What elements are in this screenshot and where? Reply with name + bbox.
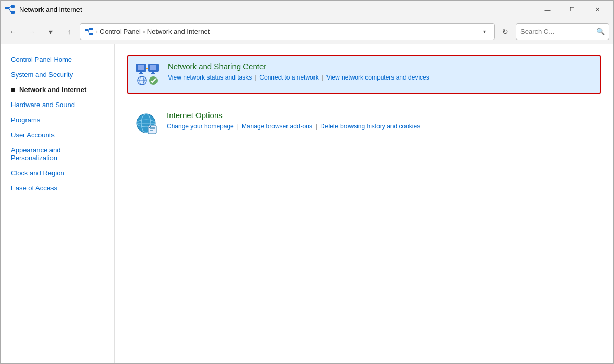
sidebar-label: Clock and Region (11, 169, 64, 177)
link-separator-1: | (255, 74, 256, 81)
address-icon (84, 27, 94, 36)
address-separator: › (96, 28, 98, 35)
address-separator2: › (143, 28, 145, 35)
svg-rect-13 (139, 73, 143, 74)
search-box[interactable]: 🔍 (516, 23, 609, 40)
network-sharing-card: Network and Sharing Center View network … (127, 55, 601, 94)
window-icon (5, 5, 15, 15)
internet-options-info: Internet Options Change your homepage | … (167, 111, 595, 130)
search-icon: 🔍 (596, 28, 605, 35)
close-button[interactable]: ✕ (585, 1, 609, 19)
svg-rect-2 (11, 11, 15, 14)
address-path-root: Control Panel (100, 28, 141, 35)
back-button[interactable]: ← (5, 23, 21, 40)
view-status-link[interactable]: View network status and tasks (168, 74, 252, 81)
address-path-current: Network and Internet (147, 28, 210, 35)
svg-rect-7 (89, 33, 93, 35)
sidebar-item-system-security[interactable]: System and Security (1, 68, 114, 82)
sidebar-label: User Accounts (11, 131, 55, 139)
sidebar-item-control-panel-home[interactable]: Control Panel Home (1, 53, 114, 67)
sidebar-item-user-accounts[interactable]: User Accounts (1, 128, 114, 142)
svg-rect-12 (140, 72, 142, 73)
sidebar-label: Network and Internet (19, 86, 86, 94)
network-sharing-links: View network status and tasks | Connect … (168, 74, 594, 81)
main-window: Network and Internet — ☐ ✕ ← → ▾ ↑ › Con… (0, 0, 614, 364)
change-homepage-link[interactable]: Change your homepage (167, 123, 234, 130)
address-bar[interactable]: › Control Panel › Network and Internet ▾ (80, 23, 495, 40)
window-title: Network and Internet (19, 6, 535, 14)
forward-button[interactable]: → (23, 23, 40, 40)
main-panel: Network and Sharing Center View network … (115, 44, 613, 363)
delete-history-link[interactable]: Delete browsing history and cookies (320, 123, 420, 130)
network-sharing-info: Network and Sharing Center View network … (168, 62, 594, 81)
sidebar-item-programs[interactable]: Programs (1, 113, 114, 127)
sidebar-label: System and Security (11, 71, 73, 79)
sidebar-label: Appearance and Personalization (11, 146, 104, 162)
window-controls: — ☐ ✕ (535, 1, 609, 19)
dropdown-button[interactable]: ▾ (42, 23, 59, 40)
network-sharing-icon (135, 62, 160, 87)
svg-line-4 (9, 8, 11, 12)
svg-rect-27 (148, 125, 156, 134)
minimize-button[interactable]: — (535, 1, 559, 19)
link-separator-4: | (316, 123, 317, 130)
link-separator-2: | (322, 74, 323, 81)
sidebar-item-clock-region[interactable]: Clock and Region (1, 166, 114, 180)
svg-rect-15 (150, 65, 156, 70)
sidebar: Control Panel Home System and Security N… (1, 44, 115, 363)
network-sharing-title[interactable]: Network and Sharing Center (168, 62, 594, 71)
svg-rect-1 (11, 5, 15, 8)
sidebar-label: Programs (11, 116, 40, 124)
content-area: Control Panel Home System and Security N… (1, 44, 613, 363)
view-computers-link[interactable]: View network computers and devices (326, 74, 429, 81)
search-input[interactable] (520, 28, 593, 35)
internet-options-links: Change your homepage | Manage browser ad… (167, 123, 595, 130)
active-bullet (11, 88, 15, 92)
svg-rect-6 (89, 28, 93, 30)
sidebar-item-appearance[interactable]: Appearance and Personalization (1, 143, 114, 165)
up-button[interactable]: ↑ (61, 23, 77, 40)
svg-line-3 (9, 6, 11, 8)
title-bar: Network and Internet — ☐ ✕ (1, 1, 613, 19)
internet-options-icon (134, 111, 159, 136)
sidebar-item-hardware-sound[interactable]: Hardware and Sound (1, 98, 114, 112)
connect-network-link[interactable]: Connect to a network (259, 74, 318, 81)
toolbar: ← → ▾ ↑ › Control Panel › Network and In… (1, 19, 613, 44)
svg-rect-5 (85, 29, 88, 31)
svg-rect-0 (5, 7, 9, 9)
sidebar-label: Ease of Access (11, 184, 57, 192)
sidebar-item-network-internet: Network and Internet (1, 83, 114, 97)
address-dropdown-button[interactable]: ▾ (478, 25, 490, 38)
svg-line-8 (88, 29, 89, 30)
svg-rect-11 (138, 65, 144, 70)
sidebar-label: Hardware and Sound (11, 101, 75, 109)
svg-line-9 (88, 30, 89, 34)
svg-rect-16 (152, 72, 154, 73)
internet-options-title[interactable]: Internet Options (167, 111, 595, 120)
sidebar-item-ease-access[interactable]: Ease of Access (1, 181, 114, 195)
link-separator-3: | (237, 123, 239, 130)
maximize-button[interactable]: ☐ (560, 1, 584, 19)
svg-rect-17 (151, 73, 155, 74)
refresh-button[interactable]: ↻ (497, 23, 514, 40)
sidebar-label: Control Panel Home (11, 56, 72, 63)
internet-options-card: Internet Options Change your homepage | … (127, 105, 601, 142)
manage-addons-link[interactable]: Manage browser add-ons (242, 123, 312, 130)
